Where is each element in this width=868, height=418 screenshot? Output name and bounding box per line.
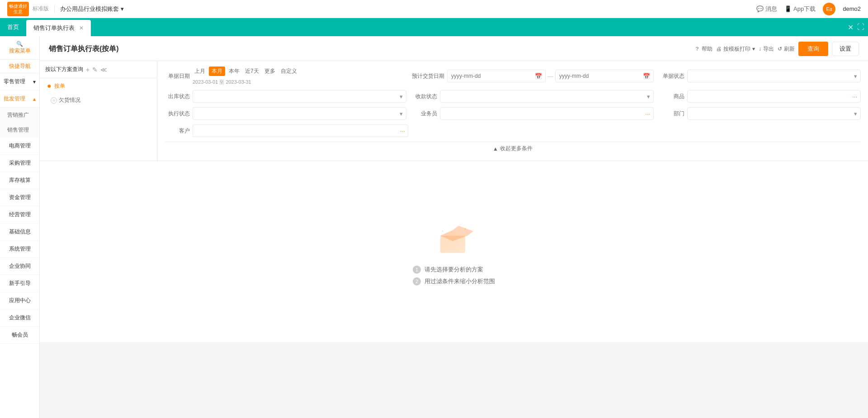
divider [54, 5, 55, 13]
date-tab-this-year[interactable]: 本年 [227, 66, 241, 76]
sidebar-item-member[interactable]: 畅会员 [0, 327, 39, 344]
product-input-wrapper: ··· [687, 90, 861, 103]
salesperson-dots-icon[interactable]: ··· [645, 110, 650, 117]
main-layout: 🔍 搜索菜单 快捷导航 零售管理 ▾ 批发管理 ▴ 营销推广 销售管理 电商管理… [0, 36, 868, 418]
sidebar-item-retail-mgmt[interactable]: 零售管理 ▾ [0, 73, 39, 90]
collapse-up-icon: ▲ [493, 146, 498, 152]
marketing-label: 营销推广 [7, 112, 29, 118]
app-download-icon: 📱 [784, 5, 792, 12]
date-tab-more[interactable]: 更多 [263, 66, 277, 76]
filter-sub-owe-stock[interactable]: ○ 欠货情况 [40, 94, 157, 107]
template-print-label: 按模板打印 [723, 45, 750, 53]
message-action[interactable]: 💬 消息 [756, 5, 777, 13]
tab-sales-order-exec[interactable]: 销售订单执行表 ✕ [26, 20, 91, 36]
sidebar-sub-wholesale: 营销推广 销售管理 [0, 108, 39, 138]
svg-point-2 [442, 231, 443, 232]
salesperson-input-wrapper: ··· [440, 107, 654, 120]
filter-plan-by-order[interactable]: ● 按单 [40, 78, 157, 94]
calendar-from-icon[interactable]: 📅 [535, 73, 542, 80]
filter-left: 按以下方案查询 + ✎ ≪ ● 按单 ○ 欠货情况 [40, 61, 157, 161]
logo: 畅捷通好生意 [7, 2, 29, 16]
subtitle: 标准版 [33, 5, 49, 13]
refresh-label: 刷新 [784, 45, 795, 53]
product-dots-icon[interactable]: ··· [852, 93, 857, 100]
ecommerce-label: 电商管理 [9, 142, 31, 150]
exec-status-select-wrapper [193, 107, 406, 120]
receipt-status-select[interactable] [440, 90, 654, 103]
sidebar-item-finance[interactable]: 资金管理 [0, 189, 39, 206]
system-label: 系统管理 [9, 245, 31, 253]
export-btn[interactable]: ↓ 导出 [759, 45, 774, 53]
out-stock-status-select[interactable] [193, 90, 406, 103]
dept-label: 部门 [659, 110, 684, 118]
sidebar-item-system[interactable]: 系统管理 [0, 241, 39, 258]
sidebar-item-purchase[interactable]: 采购管理 [0, 155, 39, 172]
sidebar-search[interactable]: 🔍 搜索菜单 [0, 36, 39, 60]
breadcrumb[interactable]: 办公用品行业模拟账套 ▾ [60, 5, 124, 13]
field-salesperson: 业务员 ··· [412, 107, 654, 120]
field-single-status: 单据状态 [659, 70, 861, 82]
breadcrumb-chevron-icon: ▾ [121, 5, 124, 12]
avatar-text: Ea [826, 6, 832, 12]
tab-home[interactable]: 首页 [0, 18, 26, 36]
customer-input[interactable] [193, 124, 408, 137]
collapse-plan-icon[interactable]: ≪ [100, 66, 107, 73]
calendar-to-icon[interactable]: 📅 [643, 73, 650, 80]
date-separator: — [547, 73, 553, 80]
template-print-btn[interactable]: 🖨 按模板打印 ▾ [716, 45, 755, 53]
sidebar-item-enterprise-wechat[interactable]: 企业微信 [0, 309, 39, 327]
receipt-status-select-wrapper [440, 90, 654, 103]
edit-plan-icon[interactable]: ✎ [92, 66, 98, 73]
product-input[interactable] [687, 90, 861, 103]
wholesale-mgmt-label: 批发管理 [4, 95, 25, 103]
add-plan-icon[interactable]: + [86, 66, 90, 73]
field-receipt-status: 收款状态 [412, 90, 654, 103]
single-status-label: 单据状态 [659, 72, 684, 80]
date-tab-custom[interactable]: 自定义 [279, 66, 299, 76]
settings-button[interactable]: 设置 [832, 42, 859, 56]
date-tab-last-month[interactable]: 上月 [193, 66, 207, 76]
date-tab-this-month[interactable]: 本月 [209, 66, 225, 76]
sidebar-item-ecommerce[interactable]: 电商管理 [0, 138, 39, 155]
tab-close-icon[interactable]: ✕ [79, 25, 84, 31]
refresh-btn[interactable]: ↺ 刷新 [778, 45, 795, 53]
toolbar-actions: ？ 帮助 🖨 按模板打印 ▾ ↓ 导出 ↺ [694, 42, 859, 56]
sidebar-item-marketing[interactable]: 营销推广 [0, 108, 39, 123]
collapse-btn[interactable]: ▲ 收起更多条件 [165, 142, 861, 155]
product-label: 商品 [659, 93, 684, 100]
single-status-select[interactable] [687, 70, 861, 82]
sidebar-item-new-guide[interactable]: 新手引导 [0, 275, 39, 292]
retail-mgmt-label: 零售管理 [4, 78, 25, 86]
search-button[interactable]: 查询 [798, 42, 828, 56]
empty-state: 1 请先选择要分析的方案 2 用过滤条件来缩小分析范围 [413, 218, 495, 285]
salesperson-input[interactable] [440, 107, 654, 120]
filter-left-title: 按以下方案查询 [45, 66, 83, 73]
date-from-wrapper: 📅 [447, 70, 546, 82]
field-customer: 客户 ··· [165, 124, 408, 137]
empty-text-item-1: 1 请先选择要分析的方案 [413, 266, 495, 274]
date-to-input[interactable] [555, 70, 654, 82]
app-download-action[interactable]: 📱 App下载 [784, 5, 816, 13]
empty-num-1: 1 [413, 266, 421, 274]
sidebar-item-wholesale-mgmt[interactable]: 批发管理 ▴ [0, 90, 39, 108]
app-center-label: 应用中心 [9, 297, 31, 304]
date-tab-7days[interactable]: 近7天 [243, 66, 261, 76]
sidebar-item-operations[interactable]: 经营管理 [0, 206, 39, 223]
sidebar-item-basic-info[interactable]: 基础信息 [0, 223, 39, 241]
tab-fullscreen-icon[interactable]: ⛶ [857, 23, 864, 31]
tab-close-window-icon[interactable]: ✕ [848, 23, 854, 32]
date-from-input[interactable] [447, 70, 546, 82]
sidebar-item-inventory[interactable]: 库存核算 [0, 172, 39, 189]
sidebar-quick-nav[interactable]: 快捷导航 [0, 60, 39, 73]
tab-home-label: 首页 [7, 23, 19, 31]
customer-dots-icon[interactable]: ··· [400, 128, 405, 134]
out-stock-status-select-wrapper [193, 90, 406, 103]
dept-select[interactable] [687, 107, 861, 120]
sidebar-item-app-center[interactable]: 应用中心 [0, 292, 39, 309]
help-btn[interactable]: ？ 帮助 [694, 45, 712, 53]
sidebar-item-enterprise-collab[interactable]: 企业协同 [0, 258, 39, 275]
exec-status-select[interactable] [193, 107, 406, 120]
template-print-icon: 🖨 [716, 46, 722, 52]
sidebar-item-sales-mgmt[interactable]: 销售管理 [0, 123, 39, 138]
page-title-row: 销售订单执行表(按单) ？ 帮助 🖨 按模板打印 ▾ ↓ [49, 42, 859, 61]
